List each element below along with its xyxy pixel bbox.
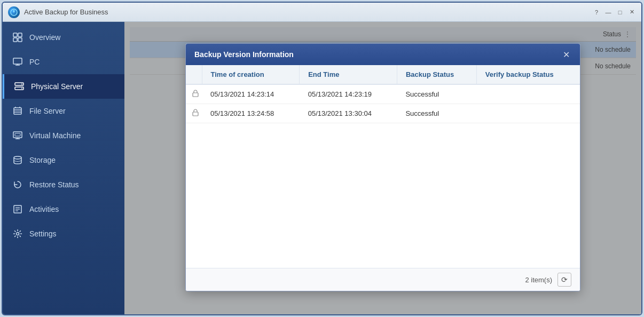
sidebar-item-virtual-machine[interactable]: Virtual Machine: [3, 123, 124, 148]
sidebar-item-settings-label: Settings: [29, 229, 57, 238]
verify-backup-status-header[interactable]: Verify backup Status: [476, 65, 580, 84]
modal-overlay: Backup Version Information ✕ Time of cre…: [124, 22, 641, 314]
svg-rect-4: [18, 38, 22, 42]
refresh-icon: ⟳: [561, 275, 568, 284]
sidebar-item-restore-status[interactable]: Restore Status: [3, 172, 124, 197]
sidebar-item-virtual-machine-label: Virtual Machine: [29, 131, 81, 140]
svg-rect-13: [13, 132, 22, 138]
row-1-backup-status: Successful: [397, 104, 476, 123]
refresh-button[interactable]: ⟳: [557, 273, 571, 287]
row-0-verify-status: [476, 84, 580, 104]
sidebar-item-activities-label: Activities: [29, 205, 59, 213]
storage-icon: [12, 155, 23, 165]
sidebar: Overview PC: [3, 22, 124, 314]
server-icon: [14, 81, 25, 92]
app-logo-icon: [8, 6, 20, 18]
backup-version-modal: Backup Version Information ✕ Time of cre…: [185, 43, 580, 291]
overview-icon: [12, 32, 23, 43]
modal-body: Time of creation End Time Backup Status …: [186, 65, 580, 268]
app-body: Overview PC: [3, 22, 641, 314]
svg-point-17: [14, 156, 21, 159]
svg-rect-12: [14, 108, 21, 114]
row-0-backup-status: Successful: [397, 84, 476, 104]
sidebar-item-overview-label: Overview: [29, 33, 60, 42]
sidebar-item-settings[interactable]: Settings: [3, 221, 124, 246]
title-bar-left: Active Backup for Business: [8, 6, 108, 18]
sidebar-item-physical-server[interactable]: Physical Server: [3, 74, 124, 99]
activities-icon: [12, 204, 23, 215]
svg-rect-23: [193, 93, 198, 97]
sidebar-item-activities[interactable]: Activities: [3, 197, 124, 221]
modal-footer: 2 item(s) ⟳: [186, 268, 580, 291]
sidebar-item-restore-status-label: Restore Status: [29, 180, 79, 189]
row-1-verify-status: [476, 104, 580, 123]
close-button[interactable]: ✕: [627, 8, 636, 17]
row-0-end-time: 05/13/2021 14:23:19: [300, 84, 397, 104]
modal-close-button[interactable]: ✕: [561, 49, 571, 60]
pc-icon: [12, 57, 23, 67]
svg-rect-2: [18, 33, 22, 37]
svg-rect-14: [15, 133, 20, 136]
lock-icon-1: [186, 104, 202, 123]
svg-rect-1: [13, 33, 17, 37]
modal-header: Backup Version Information ✕: [186, 44, 580, 65]
title-bar: Active Backup for Business ? — □ ✕: [3, 3, 641, 22]
table-row[interactable]: 05/13/2021 14:23:14 05/13/2021 14:23:19 …: [186, 84, 580, 104]
svg-rect-24: [193, 112, 198, 116]
help-button[interactable]: ?: [592, 8, 601, 17]
table-row[interactable]: 05/13/2021 13:24:58 05/13/2021 13:30:04 …: [186, 104, 580, 123]
svg-point-11: [21, 88, 22, 89]
row-1-end-time: 05/13/2021 13:30:04: [300, 104, 397, 123]
main-content: Status ⋮ No schedule No schedule: [124, 22, 641, 314]
svg-point-10: [21, 84, 22, 85]
svg-point-22: [17, 233, 19, 235]
backup-status-header[interactable]: Backup Status: [397, 65, 476, 84]
backup-version-table: Time of creation End Time Backup Status …: [186, 65, 580, 123]
settings-icon: [12, 228, 23, 239]
sidebar-item-pc[interactable]: PC: [3, 50, 124, 74]
vm-icon: [12, 130, 23, 141]
end-time-header[interactable]: End Time: [300, 65, 397, 84]
time-of-creation-header[interactable]: Time of creation: [202, 65, 300, 84]
sidebar-item-physical-server-label: Physical Server: [31, 82, 83, 91]
svg-rect-3: [13, 38, 17, 42]
sidebar-item-pc-label: PC: [29, 58, 40, 66]
svg-rect-5: [13, 58, 22, 64]
minimize-button[interactable]: —: [604, 8, 612, 17]
sidebar-item-file-server[interactable]: File Server: [3, 99, 124, 123]
app-window: Active Backup for Business ? — □ ✕: [2, 2, 642, 315]
table-header-row: Time of creation End Time Backup Status …: [186, 65, 580, 84]
row-0-time-of-creation: 05/13/2021 14:23:14: [202, 84, 300, 104]
sidebar-item-overview[interactable]: Overview: [3, 25, 124, 50]
lock-icon-0: [186, 84, 202, 104]
file-server-icon: [12, 106, 23, 116]
item-count: 2 item(s): [525, 276, 552, 284]
restore-icon: [12, 179, 23, 190]
sidebar-item-storage[interactable]: Storage: [3, 148, 124, 172]
maximize-button[interactable]: □: [616, 8, 624, 17]
lock-col-header: [186, 65, 202, 84]
app-title: Active Backup for Business: [24, 8, 108, 16]
row-1-time-of-creation: 05/13/2021 13:24:58: [202, 104, 300, 123]
modal-title: Backup Version Information: [194, 50, 294, 59]
sidebar-item-file-server-label: File Server: [29, 107, 66, 115]
title-bar-controls: ? — □ ✕: [592, 8, 636, 17]
sidebar-item-storage-label: Storage: [29, 156, 56, 164]
